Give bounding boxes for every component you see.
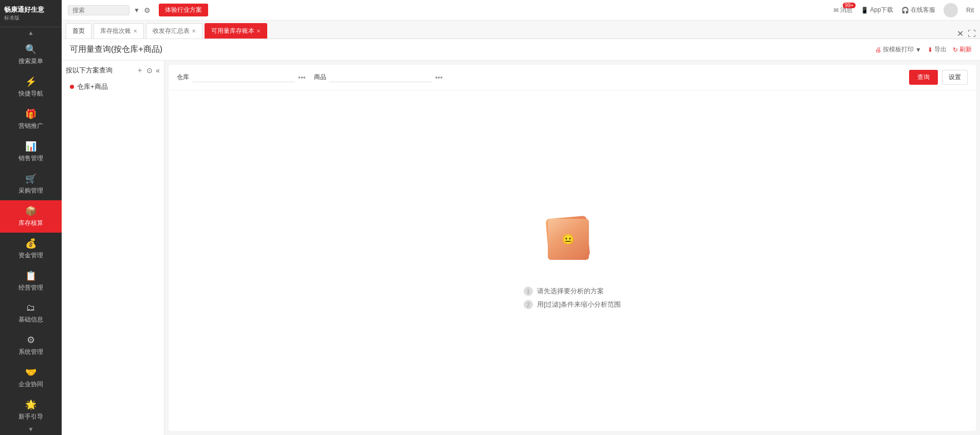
app-logo: 畅康通好生意 标准版 — [0, 0, 62, 27]
sidebar-item-purchase[interactable]: 🛒 采购管理 — [0, 168, 62, 200]
export-label: 导出 — [934, 45, 947, 54]
sidebar-item-label: 采购管理 — [19, 186, 43, 195]
tab-summary[interactable]: 收发存汇总表 ✕ — [146, 23, 202, 39]
tabs-right-actions: ✕ ⛶ — [957, 29, 976, 39]
sidebar-item-marketing[interactable]: 🎁 营销推广 — [0, 103, 62, 136]
trial-button[interactable]: 体验行业方案 — [159, 4, 208, 16]
query-button[interactable]: 查询 — [909, 70, 938, 85]
filter-panel-title: 按以下方案查询 — [66, 66, 113, 75]
sidebar-item-system[interactable]: ⚙ 系统管理 — [0, 329, 62, 362]
filter-panel-header: 按以下方案查询 ＋ ⊙ « — [66, 66, 160, 75]
topbar-dropdown[interactable]: ▼ — [134, 7, 140, 14]
empty-box-face: 😐 — [548, 219, 589, 260]
username-label: Rit — [966, 7, 974, 14]
sidebar-item-operations[interactable]: 📋 经营管理 — [0, 265, 62, 297]
product-input[interactable] — [329, 72, 432, 82]
sidebar-item-label: 新手引导 — [19, 412, 43, 421]
sidebar-item-label: 系统管理 — [19, 348, 43, 356]
print-label: 按模板打印 — [883, 45, 914, 54]
message-icon: ✉ — [834, 7, 839, 14]
empty-state: 😐 1 请先选择要分析的方案 2 用[过滤]条件来缩小分析范围 — [169, 90, 976, 431]
close-all-tabs-button[interactable]: ✕ — [957, 29, 964, 39]
shortcut-icon: ⚡ — [25, 76, 36, 87]
export-button[interactable]: ⬇ 导出 — [928, 45, 947, 54]
empty-hint-1: 1 请先选择要分析的方案 — [524, 287, 621, 296]
main-area: ▼ ⚙ 体验行业方案 ✉ 消息 99+ 📱 App下载 🎧 在线客服 Rit 首… — [62, 0, 980, 435]
filter-panel: 按以下方案查询 ＋ ⊙ « 仓库+商品 — [62, 61, 164, 435]
operations-icon: 📋 — [25, 270, 36, 281]
hint-2-number: 2 — [524, 300, 533, 309]
collapse-button[interactable]: « — [156, 66, 160, 74]
system-icon: ⚙ — [27, 334, 35, 346]
sidebar-item-label: 企业协同 — [19, 380, 43, 389]
sidebar-item-enterprise[interactable]: 🤝 企业协同 — [0, 362, 62, 394]
tab-available[interactable]: 可用量库存账本 ✕ — [205, 23, 267, 39]
hint-1-text: 请先选择要分析的方案 — [537, 287, 604, 296]
avatar[interactable] — [944, 3, 958, 17]
tab-bar: 首页 库存批次账 ✕ 收发存汇总表 ✕ 可用量库存账本 ✕ ✕ ⛶ — [62, 21, 980, 39]
sidebar-item-search[interactable]: 🔍 搜索菜单 — [0, 39, 62, 71]
add-scheme-button[interactable]: ＋ — [136, 66, 143, 75]
product-label: 商品 — [314, 73, 326, 82]
tab-batch-close[interactable]: ✕ — [133, 28, 137, 34]
warehouse-input[interactable] — [192, 72, 295, 82]
warehouse-label: 仓库 — [177, 73, 189, 82]
sidebar-item-basic[interactable]: 🗂 基础信息 — [0, 297, 62, 329]
app-name: 畅康通好生意 — [4, 5, 58, 14]
print-button[interactable]: 🖨 按模板打印 ▼ — [875, 45, 921, 54]
sidebar-scroll-up[interactable]: ▲ — [0, 27, 62, 39]
query-area: 仓库 ••• 商品 ••• 查询 设置 — [169, 65, 976, 431]
app-download-button[interactable]: 📱 App下载 — [861, 6, 893, 14]
sidebar: 畅康通好生意 标准版 ▲ 🔍 搜索菜单 ⚡ 快捷导航 🎁 营销推广 📊 销售管理… — [0, 0, 62, 435]
refresh-label: 刷新 — [959, 45, 972, 54]
sidebar-item-label: 搜索菜单 — [19, 57, 43, 66]
search-input[interactable] — [68, 5, 130, 15]
online-service-button[interactable]: 🎧 在线客服 — [901, 6, 935, 14]
expand-tab-button[interactable]: ⛶ — [968, 29, 976, 39]
basic-icon: 🗂 — [26, 302, 35, 313]
page-actions: 🖨 按模板打印 ▼ ⬇ 导出 ↻ 刷新 — [875, 45, 972, 54]
sidebar-item-finance[interactable]: 💰 资金管理 — [0, 233, 62, 265]
message-button[interactable]: ✉ 消息 99+ — [834, 6, 853, 14]
app-download-label: App下载 — [870, 6, 893, 14]
sidebar-item-inventory[interactable]: 📦 库存核算 — [0, 200, 62, 233]
message-badge: 99+ — [843, 3, 856, 8]
topbar: ▼ ⚙ 体验行业方案 ✉ 消息 99+ 📱 App下载 🎧 在线客服 Rit — [62, 0, 980, 21]
marketing-icon: 🎁 — [25, 108, 36, 120]
tab-available-close[interactable]: ✕ — [256, 28, 261, 34]
tab-home-label: 首页 — [72, 27, 85, 35]
tab-summary-close[interactable]: ✕ — [192, 28, 196, 34]
sidebar-item-shortcut[interactable]: ⚡ 快捷导航 — [0, 71, 62, 103]
refresh-button[interactable]: ↻ 刷新 — [953, 45, 972, 54]
sidebar-scroll-down[interactable]: ▼ — [0, 424, 62, 435]
page-title: 可用量查询(按仓库+商品) — [70, 44, 162, 55]
sidebar-item-sales[interactable]: 📊 销售管理 — [0, 136, 62, 168]
content-area: 按以下方案查询 ＋ ⊙ « 仓库+商品 仓库 ••• — [62, 61, 980, 435]
hint-2-text: 用[过滤]条件来缩小分析范围 — [537, 300, 621, 309]
tab-batch-label: 库存批次账 — [100, 27, 131, 35]
sidebar-item-label: 营销推广 — [19, 122, 43, 130]
tab-home[interactable]: 首页 — [66, 23, 91, 39]
empty-box-eyes: 😐 — [562, 233, 575, 245]
product-filter-field: 商品 ••• — [314, 72, 443, 82]
product-more-button[interactable]: ••• — [435, 73, 443, 82]
tab-available-label: 可用量库存账本 — [211, 27, 254, 35]
sidebar-item-label: 快捷导航 — [19, 89, 43, 98]
sidebar-item-label: 销售管理 — [19, 154, 43, 163]
edit-scheme-button[interactable]: ⊙ — [146, 66, 153, 74]
empty-illustration: 😐 — [542, 213, 603, 274]
print-dropdown-icon[interactable]: ▼ — [915, 46, 921, 53]
warehouse-more-button[interactable]: ••• — [298, 73, 306, 82]
page-header: 可用量查询(按仓库+商品) 🖨 按模板打印 ▼ ⬇ 导出 ↻ 刷新 — [62, 39, 980, 61]
sidebar-item-label: 经营管理 — [19, 283, 43, 292]
print-icon: 🖨 — [875, 46, 881, 53]
settings-button[interactable]: 设置 — [942, 70, 968, 85]
gear-icon[interactable]: ⚙ — [144, 6, 151, 14]
topbar-right: ✉ 消息 99+ 📱 App下载 🎧 在线客服 Rit — [834, 3, 974, 17]
sidebar-nav: 🔍 搜索菜单 ⚡ 快捷导航 🎁 营销推广 📊 销售管理 🛒 采购管理 📦 库存核… — [0, 39, 62, 424]
scheme-label: 仓库+商品 — [77, 82, 108, 91]
enterprise-icon: 🤝 — [25, 367, 36, 378]
scheme-item-warehouse-product[interactable]: 仓库+商品 — [66, 79, 160, 94]
sidebar-item-newbie[interactable]: 🌟 新手引导 — [0, 394, 62, 424]
tab-batch[interactable]: 库存批次账 ✕ — [94, 23, 144, 39]
